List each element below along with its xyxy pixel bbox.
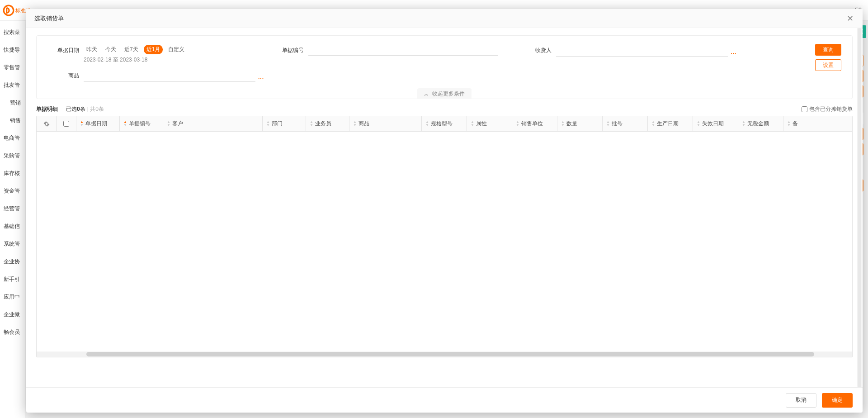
close-icon[interactable]: ✕	[845, 14, 854, 23]
sort-icon[interactable]: ▲▼	[561, 121, 565, 127]
column-label: 备	[793, 120, 798, 128]
filter-date: 单据日期 昨天 今天 近7天 近1月 自定义 2023-02-18 至 2023…	[47, 45, 187, 64]
column-code[interactable]: ▲▼单据编号	[120, 116, 163, 131]
column-label: 商品	[359, 120, 369, 128]
total-count: | 共0条	[87, 105, 104, 113]
horizontal-scrollbar[interactable]	[37, 352, 852, 357]
table-header: ▲▼单据日期▲▼单据编号▲▼客户▲▼部门▲▼业务员▲▼商品▲▼规格型号▲▼属性▲…	[37, 116, 852, 132]
table: ▲▼单据日期▲▼单据编号▲▼客户▲▼部门▲▼业务员▲▼商品▲▼规格型号▲▼属性▲…	[36, 116, 853, 357]
date-quick-last7[interactable]: 近7天	[122, 45, 141, 54]
column-unit[interactable]: ▲▼销售单位	[512, 116, 557, 131]
modal-body: 查询 设置 单据日期 昨天 今天 近7天 近1月 自定义	[26, 28, 863, 387]
date-quick-today[interactable]: 今天	[103, 45, 119, 54]
select-all-checkbox[interactable]	[63, 121, 69, 127]
sort-icon[interactable]: ▲▼	[80, 121, 84, 127]
query-button[interactable]: 查询	[815, 44, 841, 56]
column-label: 客户	[172, 120, 183, 128]
table-body-empty	[37, 132, 852, 352]
more-dots-icon[interactable]: ···	[728, 50, 739, 57]
collapse-filters[interactable]: ︽ 收起更多条件	[417, 88, 472, 99]
sort-icon[interactable]: ▲▼	[697, 121, 700, 127]
sort-icon[interactable]: ▲▼	[787, 121, 791, 127]
modal-title: 选取销货单	[34, 14, 64, 23]
date-quick-custom[interactable]: 自定义	[165, 45, 187, 54]
filter-code: 单据编号	[272, 45, 498, 57]
filter-label-date: 单据日期	[47, 45, 84, 54]
selected-count: 已选0条	[66, 105, 85, 113]
column-label: 失效日期	[702, 120, 724, 128]
column-batch[interactable]: ▲▼批号	[603, 116, 648, 131]
column-prod_date[interactable]: ▲▼生产日期	[648, 116, 693, 131]
include-distributed-label: 包含已分摊销货单	[809, 105, 853, 113]
gear-icon	[43, 121, 50, 127]
sort-icon[interactable]: ▲▼	[516, 121, 519, 127]
column-label: 批号	[612, 120, 623, 128]
filter-buttons: 查询 设置	[815, 44, 841, 71]
scrollbar-thumb[interactable]	[86, 352, 814, 356]
detail-title: 单据明细	[36, 105, 58, 113]
column-label: 单据编号	[129, 120, 151, 128]
select-sales-order-modal: 选取销货单 ✕ 查询 设置 单据日期 昨天	[26, 9, 863, 413]
confirm-button[interactable]: 确定	[822, 393, 853, 408]
column-qty[interactable]: ▲▼数量	[557, 116, 603, 131]
column-attr[interactable]: ▲▼属性	[467, 116, 512, 131]
modal-header: 选取销货单 ✕	[26, 9, 863, 28]
include-distributed-input[interactable]	[802, 106, 807, 112]
column-dept[interactable]: ▲▼部门	[263, 116, 306, 131]
sort-icon[interactable]: ▲▼	[742, 121, 745, 127]
column-label: 销售单位	[521, 120, 543, 128]
sort-icon[interactable]: ▲▼	[266, 121, 270, 127]
column-label: 属性	[476, 120, 487, 128]
sort-icon[interactable]: ▲▼	[471, 121, 474, 127]
column-chk[interactable]	[57, 116, 76, 131]
date-quick-last1m[interactable]: 近1月	[144, 45, 163, 54]
code-input[interactable]	[308, 45, 498, 56]
column-expire[interactable]: ▲▼失效日期	[693, 116, 738, 131]
column-label: 单据日期	[85, 120, 107, 128]
column-date[interactable]: ▲▼单据日期	[76, 116, 120, 131]
column-remark[interactable]: ▲▼备	[783, 116, 802, 131]
chevron-up-icon: ︽	[424, 91, 429, 96]
filter-product: 商品 ···	[47, 70, 267, 82]
sort-icon[interactable]: ▲▼	[425, 121, 429, 127]
column-label: 数量	[566, 120, 577, 128]
filter-label-receiver: 收货人	[520, 45, 556, 54]
column-label: 业务员	[315, 120, 331, 128]
detail-header: 单据明细 已选0条 | 共0条 包含已分摊销货单	[36, 105, 853, 113]
date-quick-yesterday[interactable]: 昨天	[84, 45, 100, 54]
column-customer[interactable]: ▲▼客户	[163, 116, 263, 131]
sort-icon[interactable]: ▲▼	[606, 121, 610, 127]
filter-panel: 查询 设置 单据日期 昨天 今天 近7天 近1月 自定义	[36, 35, 853, 99]
column-settings[interactable]	[37, 116, 57, 131]
column-clerk[interactable]: ▲▼业务员	[306, 116, 349, 131]
filter-label-code: 单据编号	[272, 45, 308, 54]
sort-icon[interactable]: ▲▼	[353, 121, 357, 127]
column-label: 规格型号	[431, 120, 453, 128]
product-input[interactable]	[84, 71, 255, 82]
column-spec[interactable]: ▲▼规格型号	[422, 116, 467, 131]
filter-label-product: 商品	[47, 70, 84, 80]
sort-icon[interactable]: ▲▼	[167, 121, 170, 127]
column-label: 无税金额	[747, 120, 769, 128]
settings-button[interactable]: 设置	[815, 59, 841, 71]
collapse-label: 收起更多条件	[432, 90, 465, 97]
column-label: 部门	[272, 120, 283, 128]
sort-icon[interactable]: ▲▼	[123, 121, 127, 127]
sort-icon[interactable]: ▲▼	[651, 121, 655, 127]
date-range: 2023-02-18 至 2023-03-18	[84, 56, 187, 64]
cancel-button[interactable]: 取消	[786, 393, 816, 408]
more-dots-icon[interactable]: ···	[255, 76, 267, 82]
column-label: 生产日期	[657, 120, 679, 128]
modal-overlay: 选取销货单 ✕ 查询 设置 单据日期 昨天	[0, 0, 868, 418]
sort-icon[interactable]: ▲▼	[310, 121, 313, 127]
column-product[interactable]: ▲▼商品	[349, 116, 422, 131]
column-amt_notax[interactable]: ▲▼无税金额	[738, 116, 783, 131]
receiver-input[interactable]	[556, 46, 728, 57]
filter-receiver: 收货人 ···	[520, 45, 739, 57]
modal-footer: 取消 确定	[26, 387, 863, 413]
include-distributed-checkbox[interactable]: 包含已分摊销货单	[802, 105, 853, 113]
